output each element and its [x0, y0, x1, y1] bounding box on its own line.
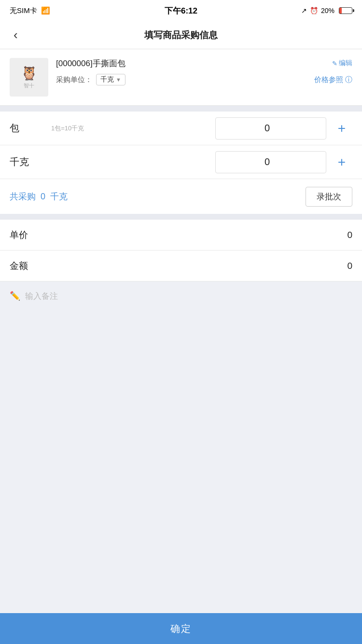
bao-plus-button[interactable]: + — [331, 118, 352, 139]
price-ref-button[interactable]: 价格参照 ⓘ — [314, 75, 352, 84]
price-row: 单价 0 — [0, 220, 362, 251]
thumb-label: 智十 — [24, 82, 34, 89]
summary-row: 共采购 0 千克 录批次 — [0, 179, 362, 214]
battery-fill — [339, 8, 342, 14]
confirm-button[interactable]: 确定 — [0, 613, 362, 644]
bao-label: 包 — [10, 122, 48, 135]
chevron-down-icon: ▼ — [116, 77, 121, 83]
unit-value: 千克 — [100, 75, 114, 84]
wifi-icon: 📶 — [41, 6, 50, 15]
summary-text: 共采购 0 千克 — [10, 191, 68, 202]
page-title: 填写商品采购信息 — [144, 29, 218, 42]
edit-label: 编辑 — [339, 59, 352, 68]
bottom-bar: 确定 — [0, 613, 362, 644]
kg-input-right: + — [48, 151, 352, 173]
kg-input[interactable] — [215, 151, 326, 173]
status-time: 下午6:12 — [165, 5, 197, 16]
summary-suffix: 千克 — [50, 192, 68, 201]
bao-input-row: 包 1包=10千克 + — [0, 112, 362, 145]
summary-prefix: 共采购 — [10, 192, 36, 201]
unit-row: 采购单位： 千克 ▼ — [56, 74, 125, 85]
price-value: 0 — [347, 230, 352, 240]
product-meta: 采购单位： 千克 ▼ 价格参照 ⓘ — [56, 74, 352, 85]
bao-input[interactable] — [215, 117, 326, 140]
edit-button[interactable]: ✎ 编辑 — [332, 59, 352, 68]
info-icon: ⓘ — [345, 75, 352, 84]
section-divider-1 — [0, 106, 362, 112]
thumb-icon: 🦉 — [21, 65, 38, 81]
unit-select[interactable]: 千克 ▼ — [96, 74, 125, 85]
kg-label: 千克 — [10, 155, 48, 168]
kg-plus-button[interactable]: + — [331, 152, 352, 173]
price-label: 单价 — [10, 229, 28, 241]
product-card: 🦉 智十 [0000006]手撕面包 采购单位： 千克 ▼ 价格参照 ⓘ ✎ 编… — [0, 49, 362, 106]
battery-icon — [339, 7, 352, 14]
remark-placeholder: 输入备注 — [25, 291, 58, 302]
pencil-icon: ✏️ — [10, 291, 20, 301]
nav-bar: ‹ 填写商品采购信息 — [0, 21, 362, 49]
amount-value: 0 — [347, 261, 352, 271]
amount-row: 金额 0 — [0, 251, 362, 281]
alarm-icon: ⏰ — [310, 7, 318, 14]
price-ref-label: 价格参照 — [314, 75, 343, 84]
battery-percent: 20% — [321, 7, 334, 14]
status-right: ↗ ⏰ 20% — [301, 7, 352, 14]
input-section: 包 1包=10千克 + 千克 + — [0, 112, 362, 179]
back-button[interactable]: ‹ — [10, 24, 22, 46]
product-info: [0000006]手撕面包 采购单位： 千克 ▼ 价格参照 ⓘ — [56, 58, 352, 85]
info-section: 单价 0 金额 0 — [0, 220, 362, 281]
location-icon: ↗ — [301, 7, 307, 14]
section-divider-2 — [0, 214, 362, 220]
unit-label: 采购单位： — [56, 75, 92, 84]
status-bar: 无SIM卡 📶 下午6:12 ↗ ⏰ 20% — [0, 0, 362, 21]
remark-section[interactable]: ✏️ 输入备注 — [0, 281, 362, 310]
amount-label: 金额 — [10, 260, 28, 272]
status-left: 无SIM卡 📶 — [10, 6, 50, 15]
summary-amount: 0 — [41, 192, 45, 201]
carrier-label: 无SIM卡 — [10, 6, 37, 15]
content-area — [0, 310, 362, 613]
product-thumbnail: 🦉 智十 — [10, 58, 48, 97]
edit-icon: ✎ — [332, 60, 337, 67]
product-name: [0000006]手撕面包 — [56, 58, 352, 69]
bao-input-right: + — [84, 117, 352, 140]
kg-input-row: 千克 + — [0, 145, 362, 179]
bao-sublabel: 1包=10千克 — [51, 124, 84, 133]
batch-button[interactable]: 录批次 — [306, 187, 352, 207]
